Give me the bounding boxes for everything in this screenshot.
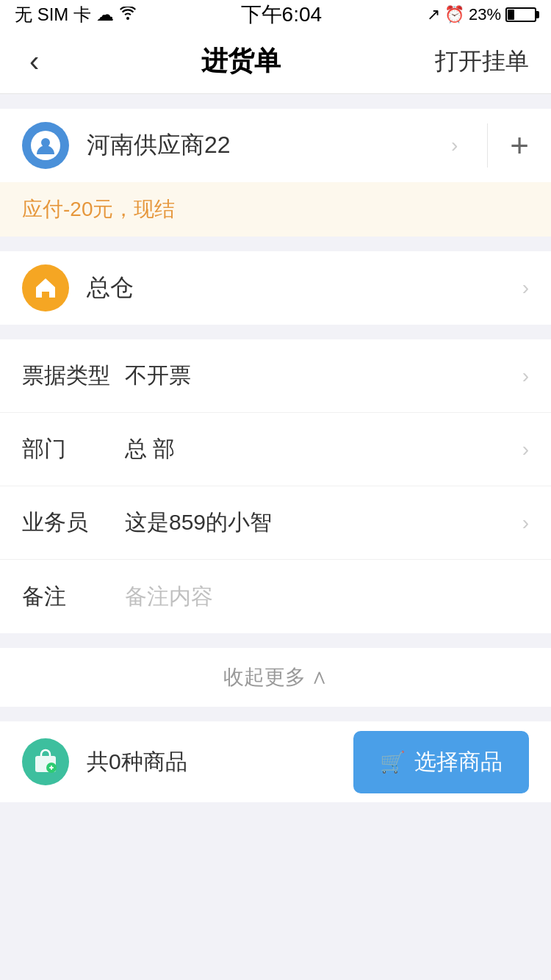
invoice-type-value: 不开票 — [125, 361, 522, 391]
select-product-button[interactable]: 🛒 选择商品 — [353, 731, 529, 793]
back-button[interactable]: ‹ — [22, 37, 46, 85]
status-time: 下午6:04 — [241, 1, 323, 29]
department-value: 总 部 — [125, 434, 522, 464]
salesperson-chevron-icon: › — [522, 511, 529, 535]
status-left: 无 SIM 卡 ☁ — [15, 3, 136, 26]
supplier-avatar-inner — [31, 131, 60, 160]
warehouse-icon — [22, 264, 69, 311]
select-product-icon: 🛒 — [380, 750, 406, 774]
nav-bar: ‹ 进货单 打开挂单 — [0, 29, 551, 94]
product-icon — [22, 738, 69, 785]
warehouse-row[interactable]: 总仓 › — [0, 251, 551, 325]
svg-rect-5 — [51, 765, 52, 770]
svg-rect-1 — [43, 292, 48, 298]
supplier-chevron-icon: › — [451, 134, 458, 157]
status-bar: 无 SIM 卡 ☁ 下午6:04 ↗ ⏰ 23% — [0, 0, 551, 29]
invoice-type-label: 票据类型 — [22, 361, 125, 391]
salesperson-label: 业务员 — [22, 508, 125, 538]
supplier-divider — [487, 123, 488, 167]
supplier-section: 河南供应商22 › + 应付-20元，现结 — [0, 109, 551, 237]
page-title: 进货单 — [201, 43, 281, 79]
form-section: 票据类型 不开票 › 部门 总 部 › 业务员 这是859的小智 › 备注 备注… — [0, 339, 551, 633]
remark-row[interactable]: 备注 备注内容 — [0, 560, 551, 633]
supplier-notice: 应付-20元，现结 — [0, 182, 551, 237]
salesperson-row[interactable]: 业务员 这是859的小智 › — [0, 486, 551, 560]
bottom-section: 共0种商品 🛒 选择商品 — [0, 721, 551, 802]
department-chevron-icon: › — [522, 438, 529, 461]
battery-icon — [505, 7, 536, 22]
supplier-avatar — [22, 122, 69, 169]
status-right: ↗ ⏰ 23% — [427, 5, 536, 24]
department-label: 部门 — [22, 434, 125, 464]
department-row[interactable]: 部门 总 部 › — [0, 413, 551, 486]
open-pending-button[interactable]: 打开挂单 — [435, 46, 529, 78]
invoice-type-row[interactable]: 票据类型 不开票 › — [0, 339, 551, 413]
warehouse-chevron-icon: › — [522, 276, 529, 300]
warehouse-section: 总仓 › — [0, 251, 551, 325]
collapse-button[interactable]: 收起更多 ∧ — [0, 648, 551, 707]
invoice-type-chevron-icon: › — [522, 364, 529, 388]
product-count: 共0种商品 — [87, 747, 353, 777]
wifi-icon — [120, 5, 136, 24]
warehouse-name: 总仓 — [87, 272, 522, 304]
salesperson-value: 这是859的小智 — [125, 508, 522, 538]
sim-label: 无 SIM 卡 ☁ — [15, 3, 114, 26]
supplier-name: 河南供应商22 — [87, 129, 451, 162]
section-gap-1 — [0, 94, 551, 109]
select-product-label: 选择商品 — [414, 747, 503, 777]
supplier-row[interactable]: 河南供应商22 › + — [0, 109, 551, 182]
clock-icon: ⏰ — [444, 5, 464, 24]
remark-label: 备注 — [22, 582, 125, 612]
add-supplier-button[interactable]: + — [510, 127, 529, 164]
battery-percent: 23% — [469, 5, 501, 24]
location-icon: ↗ — [427, 5, 440, 24]
collapse-label: 收起更多 ∧ — [223, 663, 328, 691]
remark-input[interactable]: 备注内容 — [125, 582, 529, 612]
